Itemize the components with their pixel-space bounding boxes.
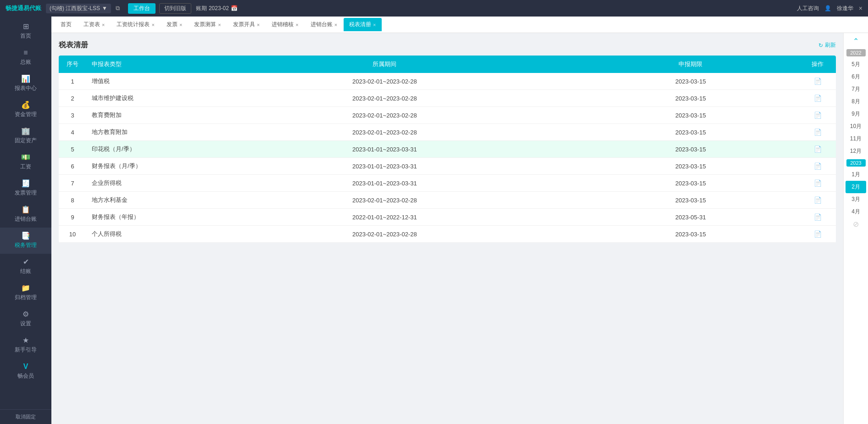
cell-action: 📄	[799, 124, 836, 141]
cell-type: 个人所得税	[86, 226, 187, 243]
cell-action: 📄	[799, 90, 836, 107]
salary-icon: 💵	[21, 154, 30, 161]
month-2022-7[interactable]: 7月	[844, 83, 868, 95]
col-action: 操作	[799, 56, 836, 73]
tab-salary-stats[interactable]: 工资统计报表 ×	[111, 18, 160, 31]
app-logo: 畅捷通易代账	[6, 4, 41, 12]
sidebar-item-tax[interactable]: 📑 税务管理	[0, 228, 51, 254]
sidebar-item-funds[interactable]: 💰 资金管理	[0, 97, 51, 123]
tab-tax-list[interactable]: 税表清册 ×	[344, 18, 381, 31]
sidebar-item-assets[interactable]: 🏢 固定资产	[0, 123, 51, 149]
close-icon[interactable]: ×	[859, 5, 862, 12]
timeline-collapse-icon[interactable]: ⊘	[851, 218, 861, 230]
file-icon[interactable]: 📄	[814, 179, 822, 187]
calendar-icon[interactable]: 📅	[231, 5, 238, 11]
company-selector[interactable]: (勾稽) 江西股宝-LSS ▼	[46, 4, 111, 13]
tab-salary-stats-label: 工资统计报表	[117, 21, 150, 28]
tab-purchase-audit[interactable]: 进销稽核 ×	[266, 18, 304, 31]
table-row: 10 个人所得税 2023-02-01~2023-02-28 2023-03-1…	[59, 226, 836, 243]
tab-invoice-close[interactable]: ×	[179, 22, 182, 28]
refresh-button[interactable]: ↻ 刷新	[818, 41, 836, 49]
file-icon[interactable]: 📄	[814, 230, 822, 238]
cell-action: 📄	[799, 107, 836, 124]
cell-deadline: 2023-03-15	[582, 141, 799, 158]
tab-purchase-audit-close[interactable]: ×	[295, 22, 298, 28]
sidebar-item-member[interactable]: V 畅会员	[0, 358, 51, 385]
table-row: 3 教育费附加 2023-02-01~2023-02-28 2023-03-15…	[59, 107, 836, 124]
file-icon[interactable]: 📄	[814, 128, 822, 136]
table-row: 2 城市维护建设税 2023-02-01~2023-02-28 2023-03-…	[59, 90, 836, 107]
file-icon[interactable]: 📄	[814, 213, 822, 221]
tab-salary-stats-close[interactable]: ×	[151, 22, 154, 28]
file-icon[interactable]: 📄	[814, 145, 822, 153]
workstation-button[interactable]: 工作台	[128, 3, 156, 14]
cell-id: 1	[59, 73, 86, 90]
file-icon[interactable]: 📄	[814, 78, 822, 85]
tab-purchase-ledger[interactable]: 进销台账 ×	[305, 18, 343, 31]
cell-deadline: 2023-03-15	[582, 175, 799, 192]
tab-purchase-ledger-close[interactable]: ×	[334, 22, 337, 28]
switch-old-button[interactable]: 切到旧版	[159, 3, 191, 14]
cell-id: 9	[59, 209, 86, 226]
month-2022-11[interactable]: 11月	[844, 133, 868, 145]
file-icon[interactable]: 📄	[814, 196, 822, 204]
tab-salary-table[interactable]: 工资表 ×	[78, 18, 110, 31]
table-row: 8 地方水利基金 2023-02-01~2023-02-28 2023-03-1…	[59, 192, 836, 209]
sidebar-item-guide[interactable]: ★ 新手引导	[0, 332, 51, 358]
tab-invoice-calc[interactable]: 发票测算 ×	[189, 18, 226, 31]
year-2023: 2023	[846, 159, 866, 167]
cell-id: 2	[59, 90, 86, 107]
tab-invoice-calc-close[interactable]: ×	[218, 22, 221, 28]
month-2022-6[interactable]: 6月	[844, 71, 868, 83]
sidebar-pin-toggle[interactable]: 取消固定	[0, 409, 51, 424]
month-2022-9[interactable]: 9月	[844, 108, 868, 120]
month-2022-10[interactable]: 10月	[844, 120, 868, 133]
month-2022-12[interactable]: 12月	[844, 145, 868, 157]
sidebar-item-home[interactable]: ⊞ 首页	[0, 18, 51, 45]
user-avatar: 👤	[824, 5, 831, 11]
tab-invoice[interactable]: 发票 ×	[161, 18, 188, 31]
cell-period: 2022-01-01~2022-12-31	[187, 209, 582, 226]
tab-invoice-issue[interactable]: 发票开具 ×	[228, 18, 265, 31]
sidebar-item-archive[interactable]: 📁 归档管理	[0, 280, 51, 306]
sidebar-item-reports[interactable]: 📊 报表中心	[0, 71, 51, 97]
tab-home[interactable]: 首页	[55, 18, 77, 31]
file-icon[interactable]: 📄	[814, 95, 822, 102]
cell-type: 地方教育附加	[86, 124, 187, 141]
cell-type: 城市维护建设税	[86, 90, 187, 107]
month-2023-1[interactable]: 1月	[844, 168, 868, 181]
home-icon: ⊞	[23, 23, 29, 30]
table-row: 9 财务报表（年报） 2022-01-01~2022-12-31 2023-05…	[59, 209, 836, 226]
copy-icon[interactable]: ⧉	[116, 5, 120, 12]
tab-salary-table-close[interactable]: ×	[102, 22, 105, 28]
timeline-up-icon[interactable]: ⌃	[851, 35, 861, 47]
sidebar-item-salary[interactable]: 💵 工资	[0, 149, 51, 175]
cell-id: 5	[59, 141, 86, 158]
sidebar-label-invoice: 发票管理	[15, 189, 37, 197]
month-2023-3[interactable]: 3月	[844, 193, 868, 206]
sidebar-item-closing[interactable]: ✔ 结账	[0, 254, 51, 280]
sidebar-item-ledger[interactable]: ≡ 总账	[0, 45, 51, 71]
file-icon[interactable]: 📄	[814, 112, 822, 119]
cell-action: 📄	[799, 226, 836, 243]
sidebar-item-settings[interactable]: ⚙ 设置	[0, 306, 51, 332]
month-2022-5[interactable]: 5月	[844, 58, 868, 71]
month-2023-4[interactable]: 4月	[844, 206, 868, 218]
ai-consult-link[interactable]: 人工咨询	[797, 5, 819, 12]
month-2023-2[interactable]: 2月	[846, 181, 866, 193]
sidebar-item-purchase-sales[interactable]: 📋 进销台账	[0, 201, 51, 228]
archive-icon: 📁	[21, 285, 30, 292]
sidebar-item-invoice[interactable]: 🧾 发票管理	[0, 175, 51, 201]
chevron-down-icon: ▼	[102, 5, 107, 11]
cell-action: 📄	[799, 73, 836, 90]
closing-icon: ✔	[23, 258, 29, 266]
tab-tax-list-close[interactable]: ×	[373, 22, 376, 28]
tax-icon: 📑	[21, 232, 30, 240]
month-2022-8[interactable]: 8月	[844, 95, 868, 108]
file-icon[interactable]: 📄	[814, 162, 822, 170]
tab-invoice-issue-close[interactable]: ×	[257, 22, 260, 28]
cell-id: 8	[59, 192, 86, 209]
company-name: (勾稽) 江西股宝-LSS	[50, 5, 100, 12]
sidebar-label-settings: 设置	[20, 320, 31, 328]
cell-id: 3	[59, 107, 86, 124]
